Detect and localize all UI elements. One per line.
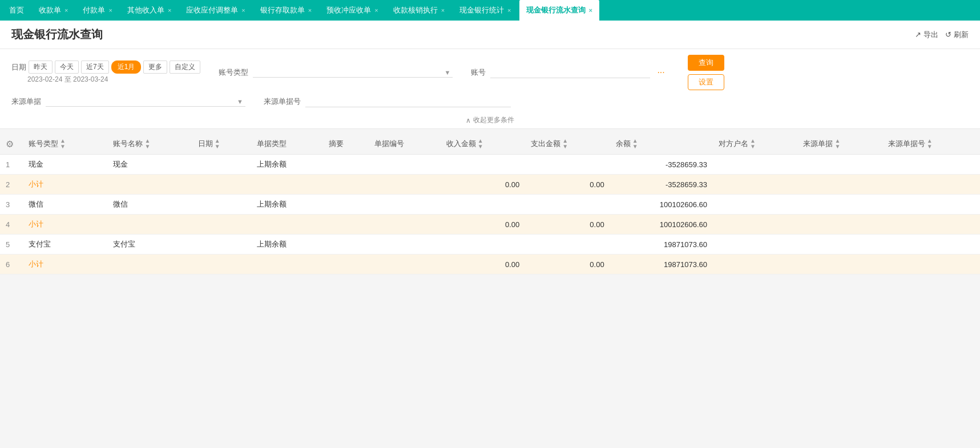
cell-source-doc-no: [882, 195, 980, 215]
sort-icon-income: ▲▼: [478, 138, 483, 150]
account-input[interactable]: [490, 67, 650, 78]
close-collection-tab[interactable]: ×: [441, 7, 445, 14]
settings-button[interactable]: 设置: [688, 74, 724, 90]
date-range-display: 2023-02-24 至 2023-03-24: [27, 75, 200, 84]
th-income[interactable]: 收入金额 ▲▼: [441, 134, 525, 155]
query-button[interactable]: 查询: [688, 55, 724, 71]
th-source-doc[interactable]: 来源单据 ▲▼: [797, 134, 882, 155]
date-btn-more[interactable]: 更多: [143, 60, 167, 74]
cell-doc-type: 上期余额: [251, 235, 323, 255]
cell-index: 5: [0, 235, 23, 255]
table-row[interactable]: 2小计0.000.00-3528659.33: [0, 175, 980, 195]
export-button[interactable]: ↗ 导出: [915, 30, 938, 40]
th-counterparty[interactable]: 对方户名 ▲▼: [713, 134, 797, 155]
nav-payment[interactable]: 付款单 ×: [76, 0, 119, 21]
cell-account-type: 支付宝: [23, 235, 107, 255]
filter-row-1: 日期 昨天 今天 近7天 近1月 更多 自定义 2023-02-24 至 202…: [11, 55, 969, 96]
nav-collection[interactable]: 收款核销执行 ×: [386, 0, 451, 21]
close-cash-flow-tab[interactable]: ×: [589, 7, 592, 14]
source-doc-label: 来源单据: [11, 96, 41, 107]
cell-balance: 19871073.60: [610, 235, 713, 255]
cell-index: 6: [0, 255, 23, 275]
cell-account-name: [107, 175, 192, 195]
cell-counterparty: [713, 215, 797, 235]
close-prepay-tab[interactable]: ×: [374, 7, 378, 14]
cell-expense: 0.00: [525, 255, 610, 275]
nav-bank-deposit[interactable]: 银行存取款单 ×: [253, 0, 318, 21]
date-btn-yesterday[interactable]: 昨天: [29, 60, 53, 74]
table-row[interactable]: 6小计0.000.0019871073.60: [0, 255, 980, 275]
cell-counterparty: [713, 155, 797, 175]
close-cash-stats-tab[interactable]: ×: [507, 7, 511, 14]
cell-index: 3: [0, 195, 23, 215]
source-doc-no-input[interactable]: [305, 96, 511, 107]
th-doc-no[interactable]: 单据编号: [369, 134, 441, 155]
collapse-bar[interactable]: ∧ 收起更多条件: [11, 112, 969, 128]
cell-account-type: 微信: [23, 195, 107, 215]
cell-date: [192, 255, 251, 275]
gear-icon[interactable]: ⚙: [6, 139, 14, 149]
cell-account-name: 现金: [107, 155, 192, 175]
cell-account-type: 小计: [23, 215, 107, 235]
nav-prepay[interactable]: 预收冲应收单 ×: [320, 0, 385, 21]
cell-expense: [525, 155, 610, 175]
cell-account-name: 支付宝: [107, 235, 192, 255]
cell-income: 0.00: [441, 175, 525, 195]
cell-source-doc-no: [882, 255, 980, 275]
th-expense[interactable]: 支出金额 ▲▼: [525, 134, 610, 155]
refresh-button[interactable]: ↺ 刷新: [945, 30, 969, 40]
account-filter: 账号 ···: [471, 67, 664, 78]
cell-doc-type: 上期余额: [251, 155, 323, 175]
date-btn-7days[interactable]: 近7天: [81, 60, 109, 74]
account-dots-button[interactable]: ···: [657, 67, 664, 78]
source-doc-no-label: 来源单据号: [264, 96, 301, 107]
nav-ar-adjustment[interactable]: 应收应付调整单 ×: [179, 0, 252, 21]
close-ar-tab[interactable]: ×: [241, 7, 245, 14]
nav-home[interactable]: 首页: [2, 0, 31, 21]
table-row[interactable]: 5支付宝支付宝上期余额19871073.60: [0, 235, 980, 255]
table-header-row: ⚙ 账号类型 ▲▼ 账号名称 ▲▼ 日期: [0, 134, 980, 155]
close-other-income-tab[interactable]: ×: [168, 7, 171, 14]
table-row[interactable]: 1现金现金上期余额-3528659.33: [0, 155, 980, 175]
th-summary[interactable]: 摘要: [323, 134, 369, 155]
nav-cash-flow[interactable]: 现金银行流水查询 ×: [519, 0, 599, 21]
th-balance[interactable]: 余额 ▲▼: [610, 134, 713, 155]
sort-icon-counterparty: ▲▼: [750, 138, 756, 150]
cell-counterparty: [713, 195, 797, 215]
cell-income: 0.00: [441, 255, 525, 275]
th-source-doc-no[interactable]: 来源单据号 ▲▼: [882, 134, 980, 155]
close-receipt-tab[interactable]: ×: [64, 7, 68, 14]
cell-expense: 0.00: [525, 175, 610, 195]
th-doc-type[interactable]: 单据类型: [251, 134, 323, 155]
close-bank-tab[interactable]: ×: [308, 7, 312, 14]
table-body: 1现金现金上期余额-3528659.332小计0.000.00-3528659.…: [0, 155, 980, 275]
cell-source-doc: [797, 215, 882, 235]
th-account-type[interactable]: 账号类型 ▲▼: [23, 134, 107, 155]
cell-balance: 19871073.60: [610, 255, 713, 275]
account-type-select[interactable]: ▼: [253, 68, 453, 78]
account-label: 账号: [471, 67, 486, 78]
table-row[interactable]: 4小计0.000.00100102606.60: [0, 215, 980, 235]
cell-source-doc: [797, 195, 882, 215]
close-payment-tab[interactable]: ×: [108, 7, 112, 14]
cell-balance: 100102606.60: [610, 195, 713, 215]
nav-receipt[interactable]: 收款单 ×: [32, 0, 75, 21]
collapse-icon: ∧: [466, 116, 471, 124]
date-btn-today[interactable]: 今天: [55, 60, 79, 74]
cell-date: [192, 195, 251, 215]
date-btn-1month[interactable]: 近1月: [111, 60, 142, 74]
filter-section: 日期 昨天 今天 近7天 近1月 更多 自定义 2023-02-24 至 202…: [0, 49, 980, 129]
source-doc-select[interactable]: ▼: [46, 97, 245, 107]
sort-icon-source-doc-no: ▲▼: [927, 138, 933, 150]
cell-source-doc: [797, 255, 882, 275]
th-account-name[interactable]: 账号名称 ▲▼: [107, 134, 192, 155]
date-btn-custom[interactable]: 自定义: [170, 60, 200, 74]
cell-balance: 100102606.60: [610, 215, 713, 235]
nav-cash-stats[interactable]: 现金银行统计 ×: [453, 0, 518, 21]
th-gear[interactable]: ⚙: [0, 134, 23, 155]
cell-expense: 0.00: [525, 215, 610, 235]
action-buttons: 查询 设置: [688, 55, 724, 90]
table-row[interactable]: 3微信微信上期余额100102606.60: [0, 195, 980, 215]
th-date[interactable]: 日期 ▲▼: [192, 134, 251, 155]
nav-other-income[interactable]: 其他收入单 ×: [120, 0, 178, 21]
